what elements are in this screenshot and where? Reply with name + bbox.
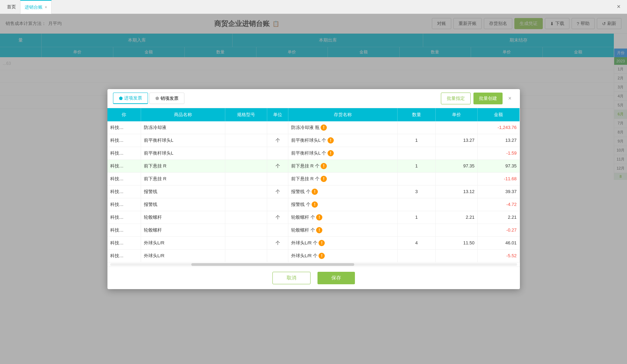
cell-source: 科技… [107,172,141,185]
xiaoxiang-tab-icon: ⬟ [155,96,159,101]
cell-unit-price [435,249,477,262]
inventory-name-text: 外球头L/R 个 [291,253,317,258]
cell-product-name: 前下悬挂 R [141,159,225,172]
cell-spec [225,121,267,134]
cell-unit [267,121,288,134]
cell-amount: 46.01 [478,236,520,249]
cell-inventory: 报警线 个 ! [288,198,398,211]
cell-product-name: 前平衡杆球头L [141,147,225,159]
window-close-button[interactable]: × [613,1,624,12]
col-unit: 单位 [267,108,288,121]
cell-quantity [398,121,435,134]
warn-icon: ! [319,253,325,259]
cell-product-name: 外球头L/R [141,236,225,249]
jinxiang-tab-label: 进项发票 [124,95,142,101]
scrollbar-thumb[interactable] [191,263,354,266]
cell-unit: 个 [267,159,288,172]
save-button[interactable]: 保存 [317,272,355,284]
warn-icon: ! [316,214,322,220]
cell-unit-price: 2.21 [435,211,477,224]
table-row: 科技… 前平衡杆球头L 个 前平衡杆球头L 个 ! 1 13.27 13.27 [107,134,520,147]
modal-dialog: ⬟ 进项发票 ⬟ 销项发票 批量指定 批量创建 × [107,89,520,289]
inventory-name-text: 轮毂螺杆 个 [291,215,315,220]
inventory-name-text: 外球头L/R 个 [291,240,317,245]
cell-product-name: 轮毂螺杆 [141,211,225,224]
cell-product-name: 前下悬挂 R [141,172,225,185]
cell-inventory: 外球头L/R 个 ! [288,249,398,262]
cell-spec [225,224,267,236]
cell-unit-price [435,121,477,134]
batch-create-button[interactable]: 批量创建 [473,93,503,104]
cell-inventory: 前平衡杆球头L 个 ! [288,147,398,159]
cell-spec [225,147,267,159]
cell-unit-price: 97.35 [435,159,477,172]
cell-quantity: 1 [398,211,435,224]
inventory-name-text: 前平衡杆球头L 个 [291,138,326,143]
table-row: 科技… 报警线 报警线 个 ! -4.72 [107,198,520,211]
cell-amount: -4.72 [478,198,520,211]
cell-inventory: 外球头L/R 个 ! [288,236,398,249]
cell-unit-price [435,172,477,185]
cell-source: 科技… [107,236,141,249]
cell-product-name: 报警线 [141,185,225,198]
batch-assign-button[interactable]: 批量指定 [441,93,471,104]
cell-inventory: 前下悬挂 R 个 ! [288,159,398,172]
col-amount: 金额 [478,108,520,121]
cell-unit: 个 [267,236,288,249]
modal-overlay: ⬟ 进项发票 ⬟ 销项发票 批量指定 批量创建 × [0,14,627,364]
cell-unit: 个 [267,211,288,224]
modal-tabs: ⬟ 进项发票 ⬟ 销项发票 [113,93,438,104]
inventory-name-text: 轮毂螺杆 个 [291,227,315,233]
table-row: 科技… 轮毂螺杆 个 轮毂螺杆 个 ! 1 2.21 2.21 [107,211,520,224]
top-bar: 首页 进销台账 × × [0,0,627,14]
cell-spec [225,172,267,185]
modal-close-button[interactable]: × [505,94,514,103]
tab-active-label: 进销台账 [25,0,43,14]
cell-spec [225,236,267,249]
cell-unit [267,249,288,262]
cell-inventory: 报警线 个 ! [288,185,398,198]
cell-unit-price: 13.27 [435,134,477,147]
modal-footer: 取消 保存 [107,267,520,289]
cell-source: 科技… [107,224,141,236]
cell-source: 科技… [107,185,141,198]
col-inventory: 存货名称 [288,108,398,121]
cell-quantity [398,198,435,211]
warn-icon: ! [321,163,327,169]
tab-close-icon[interactable]: × [45,0,47,14]
horizontal-scrollbar[interactable] [110,263,517,266]
cell-unit [267,224,288,236]
cell-spec [225,134,267,147]
warn-icon: ! [316,227,322,233]
cell-amount: -11.68 [478,172,520,185]
inventory-name-text: 前下悬挂 R 个 [291,176,320,181]
warn-icon: ! [321,124,327,131]
tab-xiaoxiang[interactable]: ⬟ 销项发票 [149,93,184,104]
cell-quantity: 3 [398,185,435,198]
xiaoxiang-tab-label: 销项发票 [160,95,178,102]
tab-active[interactable]: 进销台账 × [20,0,52,14]
cell-source: 科技… [107,134,141,147]
table-row: 科技… 前下悬挂 R 个 前下悬挂 R 个 ! 1 97.35 97.35 [107,159,520,172]
tab-jinxiang[interactable]: ⬟ 进项发票 [113,93,148,104]
cell-source: 科技… [107,121,141,134]
table-row: 科技… 防冻冷却液 防冻冷却液 瓶 ! -1,243.76 [107,121,520,134]
cell-amount: -5.52 [478,249,520,262]
cell-spec [225,185,267,198]
inventory-name-text: 防冻冷却液 瓶 [291,125,320,130]
cell-amount: -1,243.76 [478,121,520,134]
jinxiang-tab-icon: ⬟ [119,96,123,101]
tab-home[interactable]: 首页 [3,0,20,14]
cell-unit: 个 [267,185,288,198]
col-product-name: 商品名称 [141,108,225,121]
cell-spec [225,198,267,211]
col-quantity: 数量 [398,108,435,121]
cell-amount: 2.21 [478,211,520,224]
cell-inventory: 防冻冷却液 瓶 ! [288,121,398,134]
cell-source: 科技… [107,159,141,172]
cell-product-name: 防冻冷却液 [141,121,225,134]
cell-quantity [398,147,435,159]
cancel-button[interactable]: 取消 [272,272,311,284]
cell-source: 科技… [107,249,141,262]
cell-inventory: 前下悬挂 R 个 ! [288,172,398,185]
